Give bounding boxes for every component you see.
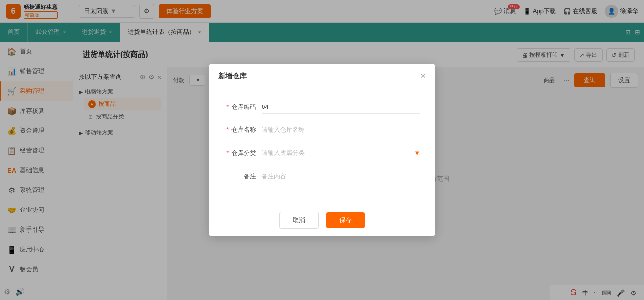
name-input[interactable] — [262, 123, 420, 136]
form-row-category: * 仓库分类 请输入所属分类 ▼ — [224, 146, 420, 160]
form-row-name: * 仓库名称 — [224, 123, 420, 136]
modal-close-icon[interactable]: × — [421, 71, 426, 81]
add-warehouse-modal: 新增仓库 × * 仓库编码 * 仓库名称 — [209, 64, 435, 236]
modal-title: 新增仓库 — [218, 72, 247, 81]
required-star-name: * — [226, 126, 229, 133]
code-label: * 仓库编码 — [224, 103, 262, 111]
save-button[interactable]: 保存 — [326, 212, 365, 228]
required-star-code: * — [226, 103, 229, 110]
category-select-placeholder: 请输入所属分类 — [262, 149, 305, 157]
cancel-button[interactable]: 取消 — [279, 212, 319, 229]
category-label: * 仓库分类 — [224, 149, 262, 158]
name-label: * 仓库名称 — [224, 125, 262, 134]
category-select-arrow: ▼ — [414, 150, 420, 157]
code-input[interactable] — [262, 100, 420, 114]
modal-body: * 仓库编码 * 仓库名称 * 仓库分类 请输入所属 — [209, 89, 435, 204]
category-select[interactable]: 请输入所属分类 ▼ — [262, 146, 420, 160]
required-star-category: * — [226, 150, 229, 157]
modal-overlay[interactable]: 新增仓库 × * 仓库编码 * 仓库名称 — [0, 0, 644, 300]
note-label: 备注 — [224, 172, 262, 181]
form-row-code: * 仓库编码 — [224, 100, 420, 114]
modal-footer: 取消 保存 — [209, 204, 435, 236]
form-row-note: 备注 — [224, 170, 420, 183]
modal-header: 新增仓库 × — [209, 64, 435, 89]
note-input[interactable] — [262, 170, 420, 183]
